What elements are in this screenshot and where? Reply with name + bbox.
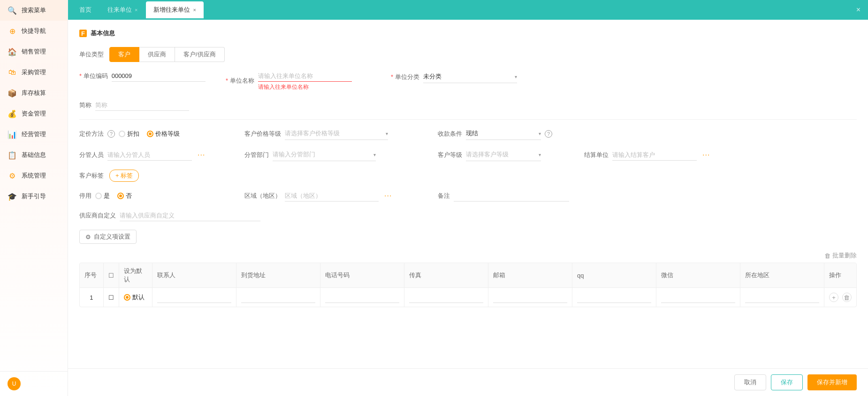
pricing-radio-discount[interactable]: 折扣 [119, 130, 139, 138]
sidebar-item-inventory[interactable]: 📦 库存核算 [0, 83, 68, 103]
type-btn-supplier[interactable]: 供应商 [139, 47, 175, 62]
sidebar: 🔍 搜索菜单 ⊕ 快捷导航 🏠 销售管理 🛍 采购管理 📦 库存核算 💰 资金管… [0, 0, 68, 396]
customer-level-label: 客户等级 [438, 151, 462, 159]
row-region [740, 288, 824, 307]
form-row-unit-type: 单位类型 客户 供应商 客户/供应商 [79, 47, 857, 62]
short-name-input[interactable] [95, 100, 189, 111]
manager-input[interactable] [107, 149, 192, 161]
row-region-input[interactable] [745, 292, 819, 303]
form-row-manager: 分管人员 ··· 分管部门 请输入分管部门 ▾ 客户等级 请选择客户等级 ▾ 结… [79, 148, 857, 161]
default-radio-label: 默认 [132, 293, 145, 302]
sidebar-item-sales[interactable]: 🏠 销售管理 [0, 41, 68, 62]
sidebar-item-label: 新手引导 [22, 192, 46, 201]
sidebar-item-operation[interactable]: 📊 经营管理 [0, 124, 68, 145]
payment-help-icon[interactable]: ? [545, 130, 552, 138]
sidebar-item-label: 资金管理 [22, 109, 46, 118]
tab-home[interactable]: 首页 [72, 1, 99, 18]
sidebar-bottom: U [0, 371, 68, 396]
settlement-input[interactable] [612, 149, 697, 161]
divider-1 [79, 119, 857, 120]
tab-new-partner[interactable]: 新增往来单位 × [146, 1, 203, 18]
unit-name-error: 请输入往来单位名称 [258, 83, 376, 91]
remark-input[interactable] [454, 190, 569, 202]
form-row-shortname: 简称 [79, 100, 857, 111]
sidebar-item-quick-nav[interactable]: ⊕ 快捷导航 [0, 21, 68, 41]
row-add-button[interactable]: + [829, 293, 838, 302]
save-button[interactable]: 保存 [771, 374, 803, 390]
phone-input[interactable] [325, 292, 399, 303]
sidebar-item-basic[interactable]: 📋 基础信息 [0, 145, 68, 165]
region-input[interactable] [285, 190, 379, 202]
manager-dots-icon[interactable]: ··· [196, 151, 207, 159]
pricing-radio-level[interactable]: 价格等级 [147, 130, 180, 138]
row-delete-button[interactable]: 🗑 [842, 293, 852, 302]
tab-partner-list[interactable]: 往来单位 × [100, 1, 145, 18]
operation-icon: 📊 [8, 130, 17, 139]
address-input[interactable] [241, 292, 315, 303]
sidebar-item-purchase[interactable]: 🛍 采购管理 [0, 62, 68, 83]
col-checkbox: ☐ [103, 263, 119, 288]
tab-partner-close-icon[interactable]: × [135, 7, 137, 13]
sidebar-item-search[interactable]: 🔍 搜索菜单 [0, 0, 68, 21]
form-row-disabled: 停用 是 否 区域（地区） ··· 备注 [79, 190, 857, 202]
manager-label: 分管人员 [79, 151, 104, 159]
sidebar-item-label: 系统管理 [22, 171, 46, 180]
tab-new-partner-close-icon[interactable]: × [193, 7, 196, 13]
contact-input[interactable] [157, 292, 231, 303]
sidebar-item-system[interactable]: ⚙ 系统管理 [0, 165, 68, 186]
col-address: 到货地址 [236, 263, 320, 288]
unit-name-input[interactable] [258, 70, 352, 82]
sales-icon: 🏠 [8, 47, 17, 56]
type-btn-customer[interactable]: 客户 [109, 47, 139, 62]
wechat-input[interactable] [661, 292, 735, 303]
col-phone: 电话号码 [320, 263, 404, 288]
header-checkbox[interactable]: ☐ [108, 272, 114, 279]
col-fax: 传真 [404, 263, 488, 288]
window-close-button[interactable]: × [853, 4, 864, 16]
gear-icon: ⚙ [85, 233, 91, 241]
sidebar-item-guide[interactable]: 🎓 新手引导 [0, 186, 68, 207]
sidebar-item-label: 经营管理 [22, 130, 46, 139]
row-default-radio[interactable]: 默认 [124, 293, 148, 302]
section-title: F 基本信息 [79, 29, 857, 38]
region-dots-icon[interactable]: ··· [382, 192, 394, 200]
fax-input[interactable] [409, 292, 483, 303]
sidebar-item-finance[interactable]: 💰 资金管理 [0, 103, 68, 124]
unit-category-select[interactable]: 未分类 ▾ [423, 70, 517, 83]
add-tag-button[interactable]: + 标签 [109, 170, 139, 182]
row-default-cell: 默认 [119, 288, 152, 307]
tab-bar: 首页 往来单位 × 新增往来单位 × × [68, 0, 868, 20]
unit-code-label: 单位编码 [79, 72, 108, 80]
type-btn-both[interactable]: 客户/供应商 [175, 47, 225, 62]
customer-level-select[interactable]: 请选择客户等级 ▾ [466, 148, 541, 161]
col-default: 设为默认 [119, 263, 152, 288]
qq-input[interactable] [577, 292, 651, 303]
unit-code-input[interactable] [112, 70, 206, 82]
tab-partner-label: 往来单位 [107, 6, 132, 14]
add-tag-label: + 标签 [115, 171, 133, 180]
search-icon: 🔍 [8, 6, 17, 15]
payment-terms-select[interactable]: 现结 ▾ [466, 127, 541, 140]
radio-discount-label: 折扣 [127, 130, 139, 138]
row-checkbox[interactable]: ☐ [108, 294, 114, 301]
disabled-no[interactable]: 否 [117, 192, 132, 200]
batch-delete-button[interactable]: 🗑 批量删除 [824, 251, 857, 260]
trash-icon: 🗑 [824, 252, 830, 259]
settlement-dots-icon[interactable]: ··· [700, 151, 712, 159]
user-avatar: U [8, 377, 21, 390]
cancel-button[interactable]: 取消 [734, 374, 766, 390]
custom-settings-button[interactable]: ⚙ 自定义项设置 [79, 230, 137, 244]
pricing-help-icon[interactable]: ? [107, 130, 115, 138]
disabled-yes[interactable]: 是 [95, 192, 110, 200]
email-input[interactable] [493, 292, 567, 303]
row-wechat [656, 288, 740, 307]
radio-yes-circle [95, 193, 102, 199]
payment-terms-label: 收款条件 [438, 130, 462, 138]
section-title-text: 基本信息 [91, 29, 115, 38]
save-new-button[interactable]: 保存并新增 [807, 374, 857, 390]
department-select[interactable]: 请输入分管部门 ▾ [273, 148, 376, 161]
row-phone [320, 288, 404, 307]
supplier-custom-input[interactable] [120, 210, 260, 221]
customer-price-select[interactable]: 请选择客户价格等级 ▾ [285, 127, 388, 140]
inventory-icon: 📦 [8, 88, 17, 98]
